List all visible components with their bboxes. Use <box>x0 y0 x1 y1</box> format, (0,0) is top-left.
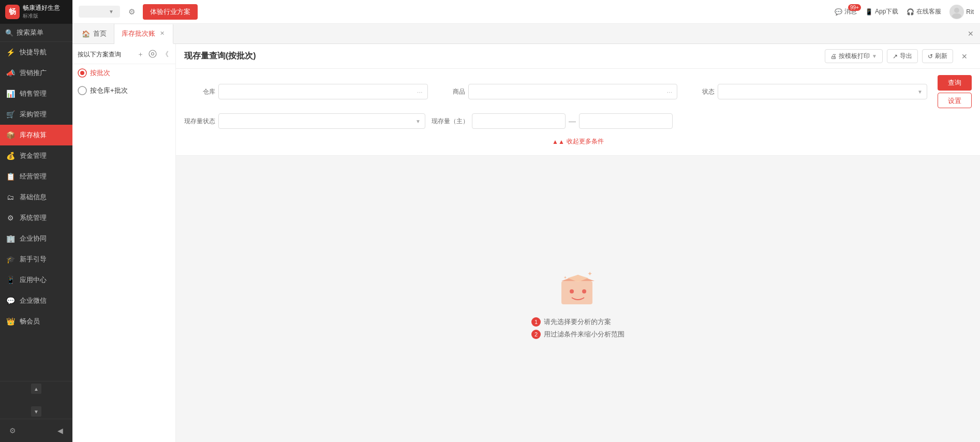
collapse-label: 收起更多条件 <box>567 137 604 146</box>
left-panel-add-btn[interactable]: ＋ <box>135 49 145 60</box>
sidebar-item-label: 销售管理 <box>20 89 47 98</box>
page-title: 现存量查询(按批次) <box>184 51 256 62</box>
status-select[interactable]: ▼ <box>718 84 927 99</box>
topbar-gear-icon[interactable]: ⚙ <box>124 5 139 19</box>
warehouse-field: 仓库 ··· <box>184 84 428 99</box>
app-download-action[interactable]: 📱 App下载 <box>865 7 898 16</box>
status-label: 状态 <box>684 87 715 96</box>
page-close-icon[interactable]: ✕ <box>957 50 972 63</box>
empty-tip-1: 1 请先选择要分析的方案 <box>531 317 625 327</box>
product-more-icon[interactable]: ··· <box>665 88 675 96</box>
filter-row-1: 仓库 ··· 商品 ··· 状态 <box>184 75 972 108</box>
empty-state: ✦ ✦ 1 请先选择要分析的方案 2 用过滤条件来缩小分析范围 <box>176 156 980 442</box>
print-chevron-icon: ▼ <box>872 53 877 59</box>
svg-point-2 <box>149 50 156 57</box>
sidebar-item-finance[interactable]: 💰 资金管理 <box>0 145 72 166</box>
sidebar-item-inventory[interactable]: 📦 库存核算 <box>0 125 72 145</box>
app-logo: 畅 <box>5 5 20 19</box>
inventory-status-select[interactable]: ▼ <box>218 113 425 129</box>
right-panel: 现存量查询(按批次) 🖨 按模板打印 ▼ ↗ 导出 ↺ 刷新 <box>176 44 980 442</box>
sidebar-item-operations[interactable]: 📋 经营管理 <box>0 166 72 187</box>
empty-tip-2: 2 用过滤条件来缩小分析范围 <box>531 330 625 339</box>
left-panel-item-by-batch[interactable]: 按批次 <box>72 64 175 82</box>
svg-text:✦: ✦ <box>563 275 567 280</box>
customer-service-label: 在线客服 <box>916 7 941 16</box>
inventory-qty-from[interactable] <box>472 113 566 129</box>
settings-circle-icon <box>149 50 157 60</box>
svg-point-5 <box>80 71 84 75</box>
svg-point-1 <box>952 13 961 19</box>
sidebar-item-label: 经营管理 <box>20 172 47 181</box>
experience-btn[interactable]: 体验行业方案 <box>143 4 198 20</box>
query-btn[interactable]: 查询 <box>938 75 972 91</box>
empty-illustration: ✦ ✦ <box>552 259 604 311</box>
phone-icon: 📱 <box>865 8 873 16</box>
tabs-close-all[interactable]: ✕ <box>963 27 978 40</box>
inventory-qty-dash: — <box>569 117 576 125</box>
svg-rect-7 <box>561 281 592 304</box>
collapse-icon: 《 <box>162 50 169 59</box>
app-download-label: App下载 <box>875 7 898 16</box>
sidebar-item-label: 畅会员 <box>20 317 40 326</box>
sidebar-item-system[interactable]: ⚙ 系统管理 <box>0 208 72 228</box>
sidebar-footer: ⚙ ◀ <box>0 419 72 442</box>
sidebar-item-apps[interactable]: 📱 应用中心 <box>0 270 72 290</box>
tab-inventory-batch[interactable]: 库存批次账 ✕ <box>114 24 173 44</box>
sidebar-item-purchase[interactable]: 🛒 采购管理 <box>0 104 72 125</box>
sidebar-item-enterprise[interactable]: 🏢 企业协同 <box>0 228 72 249</box>
warehouse-input[interactable] <box>218 84 428 99</box>
left-panel-settings-btn[interactable] <box>147 49 158 60</box>
customer-service-action[interactable]: 🎧 在线客服 <box>907 7 941 16</box>
inventory-status-field: 现存量状态 ▼ <box>184 113 425 129</box>
topbar-right: 💬 消息 99+ 📱 App下载 🎧 在线客服 Rit <box>835 5 974 19</box>
filter-collapse-btn[interactable]: ▲▲ 收起更多条件 <box>184 134 972 149</box>
tip2-num: 2 <box>531 330 541 339</box>
sidebar-settings-icon[interactable]: ⚙ <box>5 423 20 438</box>
sidebar-item-sales[interactable]: 📊 销售管理 <box>0 83 72 104</box>
sidebar-item-member[interactable]: 👑 畅会员 <box>0 311 72 332</box>
user-profile[interactable]: Rit <box>949 5 974 19</box>
sidebar-item-basics[interactable]: 🗂 基础信息 <box>0 187 72 208</box>
product-label: 商品 <box>434 87 465 96</box>
messages-action[interactable]: 💬 消息 99+ <box>835 7 857 16</box>
print-btn[interactable]: 🖨 按模板打印 ▼ <box>825 49 883 63</box>
sidebar-item-wechat[interactable]: 💬 企业微信 <box>0 290 72 311</box>
sidebar-item-label: 新手引导 <box>20 255 47 264</box>
newbie-icon: 🎓 <box>5 254 16 264</box>
tab-close-icon[interactable]: ✕ <box>158 30 166 37</box>
purchase-icon: 🛒 <box>5 109 16 120</box>
sidebar-collapse-icon[interactable]: ◀ <box>53 423 67 438</box>
filter-settings-btn[interactable]: 设置 <box>938 93 972 108</box>
refresh-btn[interactable]: ↺ 刷新 <box>922 49 953 63</box>
topbar-dropdown[interactable]: ▼ <box>79 6 120 18</box>
page-header-actions: 🖨 按模板打印 ▼ ↗ 导出 ↺ 刷新 ✕ <box>825 49 972 63</box>
sidebar-search[interactable]: 🔍 搜索菜单 <box>0 24 72 42</box>
chevron-up-icon: ▲▲ <box>552 138 565 145</box>
app-title: 畅康通好生意 <box>23 4 60 12</box>
print-icon: 🖨 <box>830 53 837 60</box>
tab-home[interactable]: 🏠 首页 <box>75 24 114 43</box>
warehouse-more-icon[interactable]: ··· <box>415 88 425 96</box>
right-panel-scroll: ✦ ✦ 1 请先选择要分析的方案 2 用过滤条件来缩小分析范围 <box>176 156 980 442</box>
messages-badge: 99+ <box>848 4 861 11</box>
sidebar-item-label: 营销推广 <box>20 68 47 78</box>
app-subtitle: 标准版 <box>23 12 60 20</box>
sidebar-item-newbie[interactable]: 🎓 新手引导 <box>0 249 72 270</box>
left-panel-item-by-warehouse-batch[interactable]: 按仓库+批次 <box>72 82 175 99</box>
sidebar-item-quick-nav[interactable]: ⚡ 快捷导航 <box>0 42 72 63</box>
inventory-qty-to[interactable] <box>579 113 673 129</box>
product-input[interactable] <box>468 84 678 99</box>
sidebar-scrollbar-up[interactable]: ▲ <box>31 384 41 394</box>
left-panel-collapse-btn[interactable]: 《 <box>160 49 170 60</box>
export-btn[interactable]: ↗ 导出 <box>887 49 918 63</box>
basics-icon: 🗂 <box>5 192 16 202</box>
inventory-status-label: 现存量状态 <box>184 117 215 126</box>
finance-icon: 💰 <box>5 151 16 161</box>
search-icon: 🔍 <box>5 29 13 37</box>
main-content: ▼ ⚙ 体验行业方案 💬 消息 99+ 📱 App下载 🎧 在线客服 <box>72 0 980 442</box>
sidebar-scrollbar-down[interactable]: ▼ <box>31 406 41 417</box>
sidebar-item-marketing[interactable]: 📣 营销推广 <box>0 63 72 83</box>
export-icon: ↗ <box>893 53 898 60</box>
export-btn-label: 导出 <box>900 52 912 61</box>
sidebar-item-label: 基础信息 <box>20 193 47 202</box>
